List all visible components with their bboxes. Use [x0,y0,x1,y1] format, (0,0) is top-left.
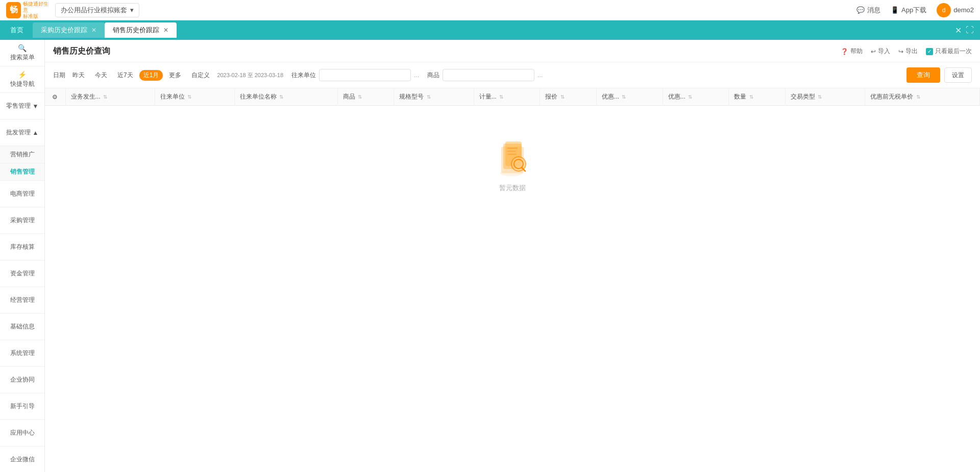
chip-more[interactable]: 更多 [165,70,185,81]
empty-text: 暂元数据 [499,183,526,193]
date-filter-group: 日期 昨天 今天 近7天 近1月 更多 自定义 2023-02-18 至 202… [53,70,283,81]
partner-filter-group: 往来单位 ... [291,69,419,81]
chip-custom[interactable]: 自定义 [187,70,214,81]
sort-icon: ⇅ [358,94,362,100]
sidebar-item-ecommerce[interactable]: 电商管理 [0,181,44,207]
logo-area: 畅 畅捷通好生意 标准版 [6,1,51,19]
app-download-button[interactable]: 📱 App下载 [891,6,926,15]
company-selector[interactable]: 办公用品行业模拟账套 ▾ [55,3,139,17]
sidebar-item-retail[interactable]: 零售管理 ▼ [0,93,44,120]
tab-home[interactable]: 首页 [2,22,32,38]
logo-icon: 畅 [6,2,21,18]
col-partner[interactable]: 往来单位 ⇅ [155,88,234,106]
tab-sales-close[interactable]: ✕ [163,27,168,33]
col-price[interactable]: 报价 ⇅ [540,88,597,106]
sidebar-item-guide[interactable]: 新手引导 [0,393,44,420]
content-area: 销售历史价查询 ❓ 帮助 ↩ 导入 ↪ 导出 ✓ [45,40,980,472]
col-discount1[interactable]: 优惠... ⇅ [597,88,663,106]
sidebar-item-quicknav[interactable]: ⚡ 快捷导航 [0,66,44,93]
date-chips: 昨天 今天 近7天 近1月 更多 自定义 [68,70,214,81]
search-icon: 🔍 [18,44,27,52]
message-icon: 💬 [856,6,865,14]
import-label: 导入 [878,47,890,56]
col-business-date[interactable]: 业务发生... ⇅ [65,88,155,106]
sidebar-purchase-label: 采购管理 [10,216,35,225]
col-pretax-price[interactable]: 优惠前无税单价 ⇅ [865,88,980,106]
sidebar-search-label: 搜索菜单 [10,53,35,62]
sidebar-app-center-label: 应用中心 [10,429,35,437]
sort-icon: ⇅ [279,94,283,100]
help-button[interactable]: ❓ 帮助 [841,47,863,56]
only-latest-label: 只看最后一次 [935,47,972,56]
app-download-icon: 📱 [891,6,899,14]
sidebar-item-purchase[interactable]: 采购管理 [0,207,44,234]
sidebar-item-enterprise[interactable]: 企业协同 [0,367,44,393]
message-button[interactable]: 💬 消息 [856,6,880,15]
chip-7days[interactable]: 近7天 [113,70,137,81]
export-icon: ↪ [898,48,903,55]
date-filter-label: 日期 [53,71,65,80]
chip-yesterday[interactable]: 昨天 [68,70,89,81]
sidebar-item-marketing[interactable]: 营销推广 [0,146,44,163]
sidebar-item-app-center[interactable]: 应用中心 [0,420,44,446]
sidebar-system-label: 系统管理 [10,349,35,358]
query-button[interactable]: 查询 [906,67,940,83]
chip-1month[interactable]: 近1月 [139,70,163,81]
sidebar-item-inventory[interactable]: 库存核算 [0,234,44,261]
sort-icon: ⇅ [818,94,822,100]
sidebar-retail-label: 零售管理 [6,102,31,110]
fullscreen-icon[interactable]: ⛶ [966,26,974,35]
sort-icon: ⇅ [560,94,565,100]
sidebar-item-finance[interactable]: 资金管理 [0,261,44,287]
user-menu[interactable]: d demo2 [937,3,974,17]
only-latest-wrap[interactable]: ✓ 只看最后一次 [926,47,972,56]
quicknav-icon: ⚡ [18,70,27,79]
sidebar-item-wechat[interactable]: 企业微信 [0,446,44,472]
sidebar-item-wholesale[interactable]: 批发管理 ▲ [0,120,44,146]
svg-rect-7 [507,148,518,149]
table-container: ⚙ 业务发生... ⇅ 往来单位 ⇅ 往来单位名称 [45,88,980,472]
help-icon: ❓ [841,48,848,55]
import-button[interactable]: ↩ 导入 [871,47,890,56]
tab-sales[interactable]: 销售历史价跟踪 ✕ [105,22,177,38]
sidebar-item-operations[interactable]: 经营管理 [0,287,44,314]
sidebar-basic-info-label: 基础信息 [10,322,35,331]
col-discount2[interactable]: 优惠... ⇅ [663,88,729,106]
product-input[interactable] [443,69,534,81]
chip-today[interactable]: 今天 [91,70,111,81]
sidebar-inventory-label: 库存核算 [10,243,35,251]
sidebar-enterprise-label: 企业协同 [10,375,35,384]
col-trade-type[interactable]: 交易类型 ⇅ [786,88,865,106]
close-window-icon[interactable]: ✕ [955,26,962,35]
sidebar-item-system[interactable]: 系统管理 [0,340,44,367]
dropdown-icon: ▾ [130,6,134,14]
top-header: 畅 畅捷通好生意 标准版 办公用品行业模拟账套 ▾ 💬 消息 📱 App下载 d… [0,0,980,20]
col-partner-name[interactable]: 往来单位名称 ⇅ [234,88,337,106]
filter-bar: 日期 昨天 今天 近7天 近1月 更多 自定义 2023-02-18 至 202… [45,62,980,88]
sidebar-sub-menu: 营销推广 销售管理 [0,146,44,181]
tab-purchase-close[interactable]: ✕ [91,27,96,33]
sidebar-item-basic-info[interactable]: 基础信息 [0,314,44,340]
sidebar-item-sales-mgmt[interactable]: 销售管理 [0,163,44,181]
settings-button[interactable]: 设置 [944,67,972,83]
tab-purchase-label: 采购历史价跟踪 [41,26,87,35]
col-settings[interactable]: ⚙ [45,88,65,106]
export-button[interactable]: ↪ 导出 [898,47,918,56]
col-qty[interactable]: 数量 ⇅ [729,88,786,106]
avatar: d [937,3,951,17]
col-spec[interactable]: 规格型号 ⇅ [394,88,474,106]
tab-purchase[interactable]: 采购历史价跟踪 ✕ [33,22,105,38]
partner-dots: ... [414,72,419,79]
sort-icon: ⇅ [499,94,503,100]
retail-arrow-icon: ▼ [33,103,39,110]
wholesale-arrow-icon: ▲ [33,129,39,136]
sort-icon: ⇅ [622,94,626,100]
only-latest-checkbox[interactable]: ✓ [926,48,933,55]
date-range: 2023-02-18 至 2023-03-18 [217,72,283,79]
col-unit[interactable]: 计量... ⇅ [474,88,540,106]
tab-bar-right: ✕ ⛶ [955,26,978,35]
col-product[interactable]: 商品 ⇅ [337,88,394,106]
partner-input[interactable] [319,69,411,81]
sidebar-item-search[interactable]: 🔍 搜索菜单 [0,40,44,66]
data-table: ⚙ 业务发生... ⇅ 往来单位 ⇅ 往来单位名称 [45,88,980,106]
